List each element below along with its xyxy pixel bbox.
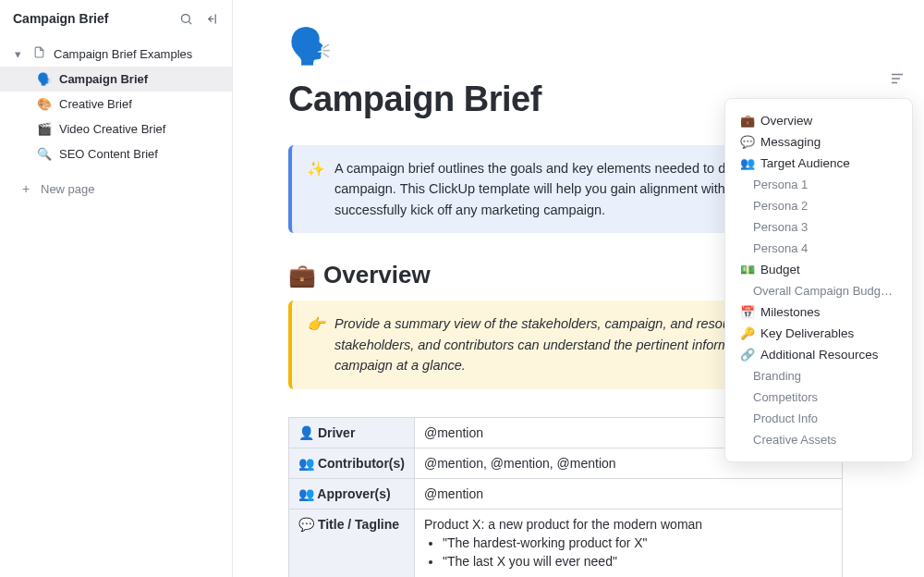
toc-item-icon: 📅	[740, 305, 755, 319]
toc-toggle-icon[interactable]	[889, 70, 906, 91]
toc-item-label: Milestones	[760, 305, 821, 319]
row-label: 👥 Contributor(s)	[289, 448, 415, 478]
toc-item-icon: 💵	[740, 263, 755, 276]
page-tree: ▾ Campaign Brief Examples 🗣️Campaign Bri…	[0, 35, 232, 172]
toc-item[interactable]: 👥Target Audience	[725, 153, 912, 174]
new-page-label: New page	[41, 182, 95, 196]
toc-item-icon: 👥	[740, 156, 755, 170]
sidebar-item-label: Video Creative Brief	[59, 122, 165, 136]
row-icon: 👥	[298, 456, 314, 471]
sidebar-item[interactable]: 🗣️Campaign Brief	[0, 67, 232, 92]
toc-subitem[interactable]: Creative Assets	[725, 429, 912, 450]
new-page-button[interactable]: + New page	[0, 172, 232, 205]
bullet-item: "The last X you will ever need"	[443, 554, 833, 569]
row-value[interactable]: Product X: a new product for the modern …	[414, 509, 842, 577]
toc-item-label: Target Audience	[760, 156, 850, 170]
toc-item-label: Budget	[760, 263, 800, 276]
toc-item-label: Messaging	[760, 135, 821, 149]
briefcase-icon: 💼	[288, 263, 316, 288]
bullet-item: "The hardest-working product for X"	[443, 535, 833, 550]
toc-subitem[interactable]: Persona 3	[725, 216, 912, 238]
toc-item-label: Persona 4	[753, 241, 808, 255]
plus-icon: +	[20, 181, 31, 196]
row-label: 👥 Approver(s)	[289, 478, 415, 509]
row-label: 👤 Driver	[289, 417, 415, 448]
toc-panel: 💼Overview💬Messaging👥Target AudiencePerso…	[724, 98, 913, 462]
page-emoji-icon: 🎬	[37, 122, 52, 136]
svg-point-0	[181, 14, 189, 22]
sparkle-icon: ✨	[307, 158, 325, 220]
sidebar-item-label: SEO Content Brief	[59, 147, 158, 161]
row-value[interactable]: @mention	[414, 478, 842, 509]
sidebar-item-label: Campaign Brief	[59, 72, 148, 86]
toc-item-label: Overview	[760, 114, 812, 128]
toc-item[interactable]: 🔑Key Deliverables	[725, 323, 912, 344]
toc-item-icon: 🔑	[740, 326, 755, 340]
workspace-title: Campaign Brief	[13, 11, 108, 26]
toc-item-label: Key Deliverables	[760, 326, 854, 340]
page-icon	[31, 46, 46, 61]
toc-item-label: Persona 2	[753, 199, 808, 213]
sidebar-item-label: Creative Brief	[59, 97, 132, 111]
toc-item-icon: 🔗	[740, 348, 755, 362]
toc-item[interactable]: 💼Overview	[725, 110, 912, 131]
row-icon: 💬	[298, 517, 314, 532]
toc-item-label: Branding	[753, 369, 801, 383]
row-label: 💬 Title / Tagline	[289, 509, 415, 577]
collapse-sidebar-icon[interactable]	[204, 11, 219, 26]
toc-item-label: Additional Resources	[760, 348, 879, 362]
table-row: 💬 Title / TaglineProduct X: a new produc…	[289, 509, 843, 577]
toc-item-icon: 💼	[740, 114, 755, 128]
toc-item-label: Persona 1	[753, 178, 808, 191]
toc-item[interactable]: 💵Budget	[725, 259, 912, 280]
sidebar-root-label: Campaign Brief Examples	[54, 47, 192, 61]
toc-item-label: Persona 3	[753, 220, 808, 234]
table-row: 👥 Approver(s)@mention	[289, 478, 843, 509]
page-emoji-icon: 🔍	[37, 147, 52, 161]
pointing-icon: 👉	[307, 313, 325, 375]
main-content: 🗣️ Campaign Brief ✨ A campaign brief out…	[233, 0, 924, 577]
sidebar: Campaign Brief ▾ Campaign Brief Examples…	[0, 0, 233, 577]
page-emoji-icon: 🎨	[37, 97, 52, 111]
sidebar-item[interactable]: 🔍SEO Content Brief	[0, 141, 232, 166]
toc-subitem[interactable]: Persona 4	[725, 238, 912, 259]
overview-heading-text: Overview	[323, 261, 431, 289]
doc-emoji[interactable]: 🗣️	[288, 26, 869, 67]
toc-subitem[interactable]: Branding	[725, 365, 912, 387]
toc-item-label: Creative Assets	[753, 433, 836, 447]
toc-subitem[interactable]: Product Info	[725, 408, 912, 429]
toc-item-label: Competitors	[753, 390, 818, 404]
toc-item[interactable]: 🔗Additional Resources	[725, 344, 912, 365]
toc-item-label: Product Info	[753, 411, 818, 425]
toc-subitem[interactable]: Persona 2	[725, 195, 912, 216]
sidebar-item[interactable]: 🎨Creative Brief	[0, 92, 232, 117]
toc-item[interactable]: 💬Messaging	[725, 131, 912, 153]
search-icon[interactable]	[178, 11, 193, 26]
sidebar-item[interactable]: 🎬Video Creative Brief	[0, 117, 232, 141]
toc-subitem[interactable]: Competitors	[725, 387, 912, 408]
row-icon: 👥	[298, 486, 314, 501]
sidebar-root-item[interactable]: ▾ Campaign Brief Examples	[0, 41, 232, 67]
caret-down-icon[interactable]: ▾	[13, 49, 22, 58]
toc-item[interactable]: 📅Milestones	[725, 301, 912, 323]
toc-subitem[interactable]: Persona 1	[725, 174, 912, 195]
sidebar-header: Campaign Brief	[0, 0, 232, 35]
svg-line-1	[188, 21, 191, 24]
page-emoji-icon: 🗣️	[37, 72, 52, 86]
toc-subitem[interactable]: Overall Campaign Budget: $3,…	[725, 280, 912, 301]
row-icon: 👤	[298, 425, 314, 440]
toc-item-icon: 💬	[740, 135, 755, 149]
